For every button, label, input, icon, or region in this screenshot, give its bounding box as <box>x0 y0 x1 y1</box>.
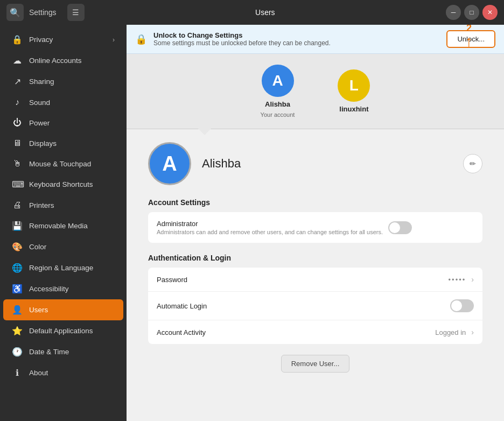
account-settings-card: Administrator Administrators can add and… <box>148 212 482 243</box>
sidebar-item-label: Color <box>29 243 46 251</box>
search-icon: 🔍 <box>10 8 20 18</box>
user-linuxhint[interactable]: L linuxhint <box>338 69 370 113</box>
auth-login-title: Authentication & Login <box>148 254 482 262</box>
sidebar-item-label: Keyboard Shortcuts <box>29 180 93 188</box>
sidebar-item-accessibility[interactable]: ♿ Accessibility <box>3 278 123 299</box>
sidebar-item-label: Users <box>29 306 48 314</box>
globe-icon: 🌐 <box>12 263 23 273</box>
accessibility-icon: ♿ <box>12 284 23 294</box>
window-controls: ─ □ ✕ <box>446 5 498 20</box>
sidebar-item-label: Power <box>29 119 50 127</box>
triangle-pointer <box>197 128 212 135</box>
search-button[interactable]: 🔍 <box>6 4 24 21</box>
sidebar-item-users[interactable]: 👤 Users ➜ 1 <box>3 299 123 320</box>
automatic-login-toggle[interactable] <box>450 299 474 312</box>
privacy-icon: 🔒 <box>12 34 23 45</box>
sidebar-item-about[interactable]: ℹ About <box>3 362 123 383</box>
avatar-initial-alishba: A <box>272 72 283 89</box>
sidebar-item-label: Displays <box>29 139 57 148</box>
administrator-text: Administrator Administrators can add and… <box>157 220 383 235</box>
mouse-icon: 🖱 <box>12 159 23 169</box>
remove-user-button[interactable]: Remove User... <box>281 355 350 373</box>
sidebar-item-label: Mouse & Touchpad <box>29 160 91 168</box>
avatar-linuxhint: L <box>338 69 370 102</box>
unlock-banner-subtitle: Some settings must be unlocked before th… <box>153 39 440 47</box>
unlock-button[interactable]: Unlock... <box>446 30 495 48</box>
sidebar-item-label: Default Applications <box>29 327 93 335</box>
chevron-right-icon: › <box>113 36 115 44</box>
sidebar-item-color[interactable]: 🎨 Color <box>3 236 123 257</box>
password-chevron-icon: › <box>471 275 474 284</box>
sidebar-item-label: Accessibility <box>29 285 69 293</box>
automatic-login-label: Automatic Login <box>157 302 445 310</box>
unlock-banner-text: Unlock to Change Settings Some settings … <box>153 31 440 47</box>
window-title: Users <box>90 8 440 17</box>
power-icon: ⏻ <box>12 118 23 128</box>
sidebar-item-power[interactable]: ⏻ Power <box>3 113 123 133</box>
sidebar-item-sound[interactable]: ♪ Sound <box>3 92 123 113</box>
keyboard-icon: ⌨ <box>12 179 23 190</box>
user-detail-avatar: A <box>148 142 191 185</box>
content-panel: 🔒 Unlock to Change Settings Some setting… <box>127 25 504 421</box>
user-detail-header: A Alishba ✏ <box>148 142 482 185</box>
detail-avatar-initial: A <box>162 152 177 176</box>
sidebar-item-keyboard-shortcuts[interactable]: ⌨ Keyboard Shortcuts <box>3 174 123 195</box>
administrator-toggle[interactable] <box>388 221 412 234</box>
user-name-linuxhint: linuxhint <box>339 105 368 113</box>
titlebar: 🔍 Settings ☰ Users ─ □ ✕ <box>0 0 504 25</box>
avatar-alishba: A <box>262 65 294 97</box>
password-label: Password <box>157 276 443 284</box>
sidebar-item-label: Printers <box>29 201 54 209</box>
administrator-label: Administrator <box>157 220 383 228</box>
detail-section: A Alishba ✏ Account Settings Administrat… <box>127 129 504 385</box>
unlock-banner: 🔒 Unlock to Change Settings Some setting… <box>127 25 504 54</box>
menu-icon: ☰ <box>72 8 79 17</box>
main-content: 🔒 Privacy › ☁ Online Accounts ↗ Sharing … <box>0 25 504 421</box>
sidebar-item-label: Removable Media <box>29 222 88 230</box>
sidebar-item-removable-media[interactable]: 💾 Removable Media <box>3 215 123 236</box>
unlock-banner-title: Unlock to Change Settings <box>153 31 440 39</box>
sidebar-item-label: Date & Time <box>29 348 69 356</box>
sidebar-item-label: Sharing <box>29 78 54 86</box>
account-settings-title: Account Settings <box>148 198 482 207</box>
sidebar: 🔒 Privacy › ☁ Online Accounts ↗ Sharing … <box>0 25 127 421</box>
sidebar-item-online-accounts[interactable]: ☁ Online Accounts <box>3 50 123 71</box>
sharing-icon: ↗ <box>12 76 23 87</box>
sidebar-item-label: Region & Language <box>29 264 93 272</box>
administrator-row: Administrator Administrators can add and… <box>148 212 482 243</box>
user-alishba[interactable]: A Alishba Your account <box>261 65 295 118</box>
minimize-button[interactable]: ─ <box>446 5 461 20</box>
menu-button[interactable]: ☰ <box>67 4 85 21</box>
displays-icon: 🖥 <box>12 138 23 148</box>
sidebar-item-privacy[interactable]: 🔒 Privacy › <box>3 29 123 50</box>
sidebar-item-label: About <box>29 369 48 377</box>
user-name-alishba: Alishba <box>265 100 290 108</box>
lock-icon: 🔒 <box>135 33 147 45</box>
sidebar-item-region-language[interactable]: 🌐 Region & Language <box>3 257 123 278</box>
cloud-icon: ☁ <box>12 55 23 66</box>
password-row[interactable]: Password ••••• › <box>148 268 482 292</box>
password-dots: ••••• <box>449 276 466 284</box>
account-activity-row[interactable]: Account Activity Logged in › <box>148 320 482 344</box>
sidebar-item-displays[interactable]: 🖥 Displays <box>3 133 123 153</box>
sidebar-item-sharing[interactable]: ↗ Sharing <box>3 71 123 92</box>
sidebar-item-default-applications[interactable]: ⭐ Default Applications <box>3 320 123 341</box>
clock-icon: 🕐 <box>12 347 23 357</box>
sidebar-item-label: Privacy <box>29 36 53 44</box>
account-activity-label: Account Activity <box>157 328 430 336</box>
edit-user-button[interactable]: ✏ <box>463 154 482 173</box>
close-button[interactable]: ✕ <box>482 5 498 20</box>
sidebar-item-mouse-touchpad[interactable]: 🖱 Mouse & Touchpad <box>3 153 123 174</box>
media-icon: 💾 <box>12 221 23 231</box>
printer-icon: 🖨 <box>12 200 23 210</box>
sidebar-item-date-time[interactable]: 🕐 Date & Time <box>3 341 123 362</box>
auth-login-card: Password ••••• › Automatic Login Account… <box>148 268 482 344</box>
sidebar-item-label: Sound <box>29 99 50 107</box>
maximize-button[interactable]: □ <box>464 5 479 20</box>
avatar-initial-linuxhint: L <box>349 77 359 94</box>
sidebar-item-printers[interactable]: 🖨 Printers <box>3 195 123 215</box>
star-icon: ⭐ <box>12 326 23 336</box>
account-activity-value: Logged in <box>435 328 466 336</box>
user-sub-alishba: Your account <box>261 111 295 118</box>
users-icon: 👤 <box>12 305 23 315</box>
